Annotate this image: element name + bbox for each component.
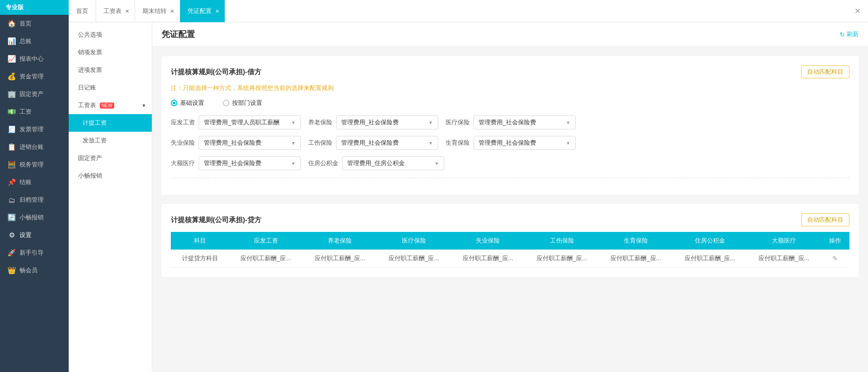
gongshang-label: 工伤保险 — [308, 139, 332, 147]
td-gjj[interactable]: 应付职工薪酬_应... — [673, 250, 747, 268]
nav-calc-salary[interactable]: 计提工资 — [69, 114, 152, 132]
gjj-chevron-icon: ▼ — [434, 161, 439, 166]
daeliao-select[interactable]: 管理费用_社会保险费 ▼ — [199, 156, 301, 170]
th-action: 操作 — [821, 232, 849, 250]
td-yiliao[interactable]: 应付职工薪酬_应... — [377, 250, 451, 268]
gjj-value: 管理费用_住房公积金 — [347, 159, 405, 167]
yiliao-label: 医疗保险 — [446, 118, 470, 127]
section-divider — [171, 178, 849, 178]
daeliao-label: 大额医疗 — [171, 159, 195, 167]
tab-home[interactable]: 首页 — [69, 0, 96, 22]
tab-voucher[interactable]: 凭证配置 × — [180, 0, 225, 22]
form-row-3: 大额医疗 管理费用_社会保险费 ▼ 住房公积金 管理费用_住房公积金 ▼ — [171, 156, 849, 170]
debit-auto-match-button[interactable]: 自动匹配科目 — [801, 65, 849, 78]
debit-section-header: 计提核算规则(公司承担)-借方 自动匹配科目 — [171, 65, 849, 78]
xiaochang-icon: 🔄 — [7, 213, 16, 222]
radio-basic-dot — [171, 100, 177, 106]
edit-icon[interactable]: ✎ — [832, 255, 838, 262]
shengyu-select[interactable]: 管理费用_社会保险费 ▼ — [473, 136, 576, 150]
sidebar-item-label: 总账 — [19, 37, 32, 45]
daeliao-chevron-icon: ▼ — [291, 161, 296, 166]
credit-table: 科目 应发工资 养老保险 医疗保险 失业保险 工伤保险 生育保险 住房公积金 大… — [171, 232, 849, 268]
guide-icon: 🚀 — [7, 249, 16, 257]
th-shengyu: 生育保险 — [599, 232, 673, 250]
sidebar-item-salary[interactable]: 💵 工资 — [0, 103, 69, 121]
tab-voucher-label: 凭证配置 — [188, 7, 212, 15]
yingfa-value: 管理费用_管理人员职工薪酬 — [204, 118, 279, 127]
sidebar-item-home[interactable]: 🏠 首页 — [0, 15, 69, 32]
gjj-select[interactable]: 管理费用_住房公积金 ▼ — [342, 156, 444, 170]
yingfa-select[interactable]: 管理费用_管理人员职工薪酬 ▼ — [199, 115, 301, 129]
sidebar-item-settings[interactable]: ⚙ 设置 — [0, 226, 69, 244]
sidebar-item-label: 首页 — [19, 19, 32, 28]
shiye-select[interactable]: 管理费用_社会保险费 ▼ — [199, 136, 301, 150]
tab-period[interactable]: 期末结转 × — [135, 0, 180, 22]
content-nav: 公共选项 销项发票 进项发票 日记账 工资表 NEW ▼ 计提工资 — [69, 22, 152, 372]
field-daeliao: 大额医疗 管理费用_社会保险费 ▼ — [171, 156, 301, 170]
gongshang-value: 管理费用_社会保险费 — [341, 139, 399, 147]
form-row-1: 应发工资 管理费用_管理人员职工薪酬 ▼ 养老保险 管理费用_社会保险费 ▼ — [171, 115, 849, 129]
sidebar-item-xiaochang[interactable]: 🔄 小畅报销 — [0, 209, 69, 226]
td-gongshang[interactable]: 应付职工薪酬_应... — [525, 250, 599, 268]
sidebar-item-label: 设置 — [19, 231, 32, 239]
sidebar-item-label: 工资 — [19, 108, 32, 116]
nav-purchase-invoice[interactable]: 进项发票 — [69, 61, 152, 79]
td-yingfa[interactable]: 应付职工薪酬_应... — [229, 250, 303, 268]
app-title: 专业版 — [0, 0, 69, 15]
sidebar-item-label: 进销台账 — [19, 143, 44, 151]
vip-icon: 👑 — [7, 266, 16, 275]
td-shiye[interactable]: 应付职工薪酬_应... — [451, 250, 525, 268]
nav-payroll-table[interactable]: 工资表 NEW ▼ — [69, 96, 152, 114]
nav-xiaochang-expense[interactable]: 小畅报销 — [69, 167, 152, 185]
td-daeliao[interactable]: 应付职工薪酬_应... — [747, 250, 821, 268]
credit-table-wrapper: 科目 应发工资 养老保险 医疗保险 失业保险 工伤保险 生育保险 住房公积金 大… — [171, 232, 849, 268]
td-shengyu[interactable]: 应付职工薪酬_应... — [599, 250, 673, 268]
field-shengyu: 生育保险 管理费用_社会保险费 ▼ — [446, 136, 576, 150]
nav-journal[interactable]: 日记账 — [69, 79, 152, 96]
td-action[interactable]: ✎ — [821, 250, 849, 268]
sidebar-item-invoice[interactable]: 🧾 发票管理 — [0, 121, 69, 138]
td-yanglao[interactable]: 应付职工薪酬_应... — [303, 250, 377, 268]
shengyu-label: 生育保险 — [446, 139, 470, 147]
sidebar-item-reports[interactable]: 📈 报表中心 — [0, 50, 69, 68]
tab-voucher-close[interactable]: × — [214, 7, 221, 15]
nav-issue-salary[interactable]: 发放工资 — [69, 132, 152, 149]
tab-period-close[interactable]: × — [168, 7, 176, 15]
nav-public[interactable]: 公共选项 — [69, 26, 152, 44]
yiliao-select[interactable]: 管理费用_社会保险费 ▼ — [473, 115, 576, 129]
sidebar-item-funds[interactable]: 💰 资金管理 — [0, 68, 69, 85]
tab-payroll-close[interactable]: × — [123, 7, 131, 15]
sidebar-item-tax[interactable]: 🧮 税务管理 — [0, 156, 69, 173]
radio-dept-label: 按部门设置 — [232, 99, 262, 107]
sidebar-item-label: 发票管理 — [19, 125, 44, 134]
daeliao-value: 管理费用_社会保险费 — [204, 159, 261, 167]
yingfa-label: 应发工资 — [171, 118, 195, 127]
radio-dept[interactable]: 按部门设置 — [223, 99, 262, 107]
sidebar-item-sales[interactable]: 📋 进销台账 — [0, 138, 69, 156]
radio-dept-dot — [223, 100, 229, 106]
credit-auto-match-button[interactable]: 自动匹配科目 — [801, 213, 849, 226]
refresh-button[interactable]: ↻ 刷新 — [840, 30, 859, 38]
new-badge: NEW — [100, 103, 114, 109]
shiye-value: 管理费用_社会保险费 — [204, 139, 261, 147]
gongshang-select[interactable]: 管理费用_社会保险费 ▼ — [336, 136, 438, 150]
tab-payroll[interactable]: 工资表 × — [96, 0, 135, 22]
yanglao-select[interactable]: 管理费用_社会保险费 ▼ — [336, 115, 438, 129]
global-close-button[interactable]: ✕ — [847, 6, 868, 15]
sidebar-item-assets[interactable]: 🏢 固定资产 — [0, 85, 69, 103]
sidebar-item-label: 新手引导 — [19, 249, 44, 257]
main-panel: 凭证配置 ↻ 刷新 计提核算规则(公司承担)-借方 自动匹配科目 注：只能选择一… — [152, 22, 868, 372]
nav-sales-invoice[interactable]: 销项发票 — [69, 44, 152, 61]
sidebar-item-ledger[interactable]: 📊 总账 — [0, 32, 69, 50]
th-shiye: 失业保险 — [451, 232, 525, 250]
sidebar-item-close[interactable]: 📌 结账 — [0, 173, 69, 191]
sidebar-item-label: 畅会员 — [19, 266, 38, 275]
radio-basic[interactable]: 基础设置 — [171, 99, 204, 107]
sidebar-item-guide[interactable]: 🚀 新手引导 — [0, 244, 69, 262]
sidebar-item-vip[interactable]: 👑 畅会员 — [0, 262, 69, 279]
nav-fixed-assets[interactable]: 固定资产 — [69, 149, 152, 167]
sidebar: 专业版 🏠 首页 📊 总账 📈 报表中心 💰 资金管理 🏢 固定资产 💵 工资 … — [0, 0, 69, 372]
page-title: 凭证配置 — [162, 29, 195, 40]
sidebar-item-archive[interactable]: 🗂 归档管理 — [0, 191, 69, 209]
shengyu-chevron-icon: ▼ — [566, 141, 570, 146]
